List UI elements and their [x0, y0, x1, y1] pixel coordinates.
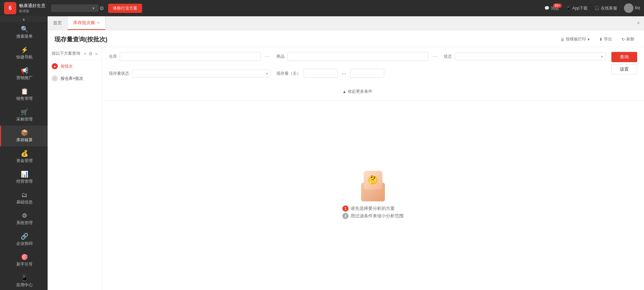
app-brand: 畅康通好生意 标准版: [19, 3, 46, 14]
sidebar-label-purchase: 采购管理: [16, 116, 33, 122]
filter-form: 仓库 ··· 商品 ··· 状态: [102, 47, 644, 101]
sidebar-label-operations: 经营管理: [16, 179, 33, 184]
refresh-btn[interactable]: ↻ 刷新: [619, 35, 637, 43]
empty-state: 🤔 1 请先选择要分析的方案 2 用过滤条件来缩小分析范围: [102, 101, 644, 290]
scheme-gear-btn[interactable]: ⚙: [88, 51, 93, 56]
avatar: [624, 3, 633, 13]
online-service-btn[interactable]: 🎧 在线客服: [594, 5, 617, 11]
settings-icon[interactable]: ⚙: [99, 5, 104, 12]
marketing-icon: 📢: [21, 68, 28, 74]
export-btn[interactable]: ⬇ 导出: [596, 35, 615, 43]
scheme-item-按批次[interactable]: ● 按批次: [48, 60, 102, 72]
online-service-icon: 🎧: [594, 6, 599, 11]
stock-qty-field: 现存量（主） —: [276, 69, 439, 78]
stock-qty-dash: —: [340, 71, 348, 76]
scheme-label: 按批次: [61, 64, 73, 69]
experience-btn[interactable]: 体验行业方案: [108, 4, 142, 13]
scheme-panel-icons: + ⚙ «: [84, 51, 98, 56]
sidebar-label-newbie: 新手引导: [16, 261, 33, 267]
newbie-icon: 🎯: [21, 254, 28, 260]
stock-status-field: 现存量状态 ▾: [109, 70, 271, 77]
sidebar-item-marketing[interactable]: 📢 营销推广: [0, 64, 48, 84]
query-btn[interactable]: 查询: [611, 52, 637, 62]
sidebar-item-quicknav[interactable]: ⚡ 快捷导航: [0, 43, 48, 64]
topbar-search-wrap: ▾ ⚙: [51, 4, 104, 12]
product-input[interactable]: [287, 52, 428, 61]
tab-close-btn[interactable]: ×: [97, 20, 100, 25]
scheme-panel-header: 按以下方案查询 + ⚙ «: [48, 47, 102, 60]
sidebar-item-system[interactable]: ⚙ 系统管理: [0, 209, 48, 229]
status-field: 状态 ▾: [444, 53, 606, 60]
scheme-collapse-btn[interactable]: «: [95, 51, 98, 56]
print-btn[interactable]: 🖨 按模板打印 ▾: [558, 35, 592, 43]
message-badge: 99+: [553, 3, 562, 8]
sidebar: ▲ 🔍 搜索菜单 ⚡ 快捷导航 📢 营销推广 📋 销售管理 🛒 采购管理 📦 库…: [0, 16, 48, 290]
scheme-add-btn[interactable]: +: [84, 51, 86, 56]
panel-close-btn[interactable]: ×: [633, 20, 644, 26]
print-dropdown-icon: ▾: [588, 37, 590, 42]
product-more-btn[interactable]: ···: [431, 53, 438, 59]
filter-actions-row: ▲ 收起更多条件: [109, 86, 606, 96]
filter-main: 按以下方案查询 + ⚙ « ● 按批次 ○ 按仓库+批次: [48, 47, 644, 290]
page-header: 现存量查询(按批次) 🖨 按模板打印 ▾ ⬇ 导出 ↻ 刷新: [48, 30, 644, 47]
collapse-icon: ▲: [342, 89, 346, 94]
sidebar-item-basics[interactable]: 🗂 基础信息: [0, 188, 48, 209]
sidebar-item-purchase[interactable]: 🛒 采购管理: [0, 105, 48, 126]
collapse-more-btn[interactable]: ▲ 收起更多条件: [338, 87, 376, 96]
warehouse-label: 仓库: [109, 54, 117, 59]
sidebar-item-enterprise[interactable]: 🔗 企业协同: [0, 229, 48, 250]
sidebar-label-sales: 销售管理: [16, 96, 33, 102]
scheme-item-按仓库+批次[interactable]: ○ 按仓库+批次: [48, 72, 102, 85]
product-label: 商品: [276, 54, 285, 59]
username-label: Rit: [635, 6, 640, 11]
finance-icon: 💰: [21, 150, 28, 157]
sidebar-item-inventory[interactable]: 📦 库存核算: [0, 126, 48, 146]
stock-status-select[interactable]: ▾: [132, 70, 271, 77]
sidebar-scroll-up[interactable]: ▲: [0, 16, 48, 22]
sidebar-label-quicknav: 快捷导航: [16, 54, 33, 60]
search-input[interactable]: [51, 4, 99, 12]
sidebar-item-operations[interactable]: 📊 经营管理: [0, 167, 48, 188]
warehouse-more-btn[interactable]: ···: [264, 53, 271, 59]
sidebar-label-search: 搜索菜单: [16, 34, 33, 39]
product-field: 商品 ···: [276, 52, 439, 61]
content-area: 首页库存批次账× × 现存量查询(按批次) 🖨 按模板打印 ▾ ⬇ 导出 ↻ 刷…: [48, 16, 644, 290]
tip-num-2: 2: [342, 213, 349, 219]
status-select[interactable]: ▾: [455, 53, 606, 60]
stock-qty-start-input[interactable]: [304, 69, 338, 78]
set-btn[interactable]: 设置: [611, 64, 637, 74]
message-btn[interactable]: 💬 消息 99+: [544, 5, 559, 11]
refresh-icon: ↻: [622, 37, 625, 42]
stock-qty-end-input[interactable]: [350, 69, 384, 78]
status-label: 状态: [444, 54, 452, 59]
page-header-actions: 🖨 按模板打印 ▾ ⬇ 导出 ↻ 刷新: [558, 35, 637, 43]
tab-库存批次账[interactable]: 库存批次账×: [68, 16, 105, 30]
user-avatar-wrap[interactable]: Rit: [624, 3, 640, 13]
sidebar-label-appcenter: 应用中心: [16, 282, 33, 288]
stock-status-label: 现存量状态: [109, 71, 129, 76]
filter-row-2: 现存量状态 ▾ 现存量（主） —: [109, 69, 606, 78]
tab-首页[interactable]: 首页: [48, 16, 68, 30]
search-dropdown-icon[interactable]: ▾: [92, 6, 95, 11]
sidebar-label-finance: 资金管理: [16, 158, 33, 164]
sidebar-label-basics: 基础信息: [16, 199, 33, 205]
scheme-icon: ○: [52, 75, 58, 81]
warehouse-input[interactable]: [120, 52, 261, 61]
sidebar-item-search[interactable]: 🔍 搜索菜单: [0, 22, 48, 43]
message-icon: 💬: [544, 6, 549, 11]
scheme-header-label: 按以下方案查询: [52, 51, 80, 56]
online-service-label: 在线客服: [601, 5, 617, 11]
sidebar-item-newbie[interactable]: 🎯 新手引导: [0, 250, 48, 271]
sidebar-item-finance[interactable]: 💰 资金管理: [0, 146, 48, 167]
sidebar-item-sales[interactable]: 📋 销售管理: [0, 84, 48, 105]
export-icon: ⬇: [599, 37, 603, 42]
sidebar-label-marketing: 营销推广: [16, 75, 33, 81]
tip-text-1: 请先选择要分析的方案: [351, 205, 395, 212]
topbar-right: 💬 消息 99+ 📱 App下载 🎧 在线客服 Rit: [544, 3, 640, 13]
empty-illustration: 🤔: [356, 171, 390, 201]
app-download-btn[interactable]: 📱 App下载: [566, 5, 588, 11]
sidebar-item-appcenter[interactable]: 📱 应用中心: [0, 271, 48, 290]
scheme-panel: 按以下方案查询 + ⚙ « ● 按批次 ○ 按仓库+批次: [48, 47, 102, 290]
page-title: 现存量查询(按批次): [54, 35, 107, 43]
sidebar-label-inventory: 库存核算: [16, 137, 33, 143]
